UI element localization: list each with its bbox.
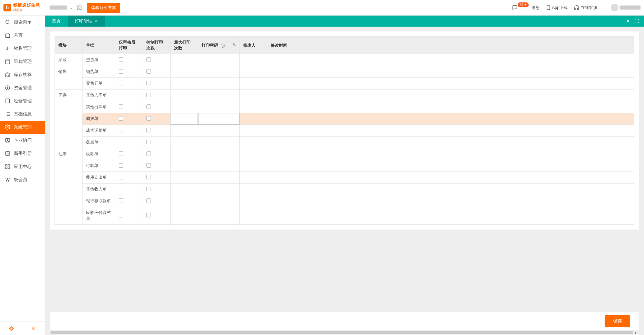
- max-count-cell[interactable]: [171, 78, 198, 90]
- password-cell[interactable]: [198, 172, 240, 184]
- checkbox[interactable]: [146, 69, 151, 74]
- online-service-link[interactable]: 在线客服: [574, 5, 597, 11]
- checkbox[interactable]: [119, 116, 123, 121]
- sidebar-item-7[interactable]: 基础信息: [0, 108, 45, 121]
- password-cell[interactable]: [198, 78, 240, 90]
- checkbox[interactable]: [119, 104, 123, 109]
- checkbox[interactable]: [146, 128, 151, 132]
- settings-icon[interactable]: [77, 5, 82, 10]
- password-cell[interactable]: [198, 207, 240, 225]
- edit-icon[interactable]: ✎: [233, 43, 236, 47]
- checkbox[interactable]: [146, 198, 151, 203]
- password-cell[interactable]: [198, 195, 240, 207]
- checkbox[interactable]: [119, 93, 123, 97]
- checkbox[interactable]: [119, 128, 123, 132]
- max-count-cell[interactable]: [171, 101, 198, 113]
- max-count-cell[interactable]: [171, 207, 198, 225]
- table-row[interactable]: 其他出库单: [55, 101, 634, 113]
- checkbox[interactable]: [146, 93, 151, 97]
- tab-print-management[interactable]: 打印管理 ✕: [68, 16, 105, 27]
- checkbox[interactable]: [119, 57, 123, 62]
- max-count-cell[interactable]: [171, 160, 198, 172]
- save-button[interactable]: 保存: [605, 315, 630, 327]
- table-row[interactable]: 付款单: [55, 160, 634, 172]
- max-count-cell[interactable]: [171, 195, 198, 207]
- password-cell[interactable]: [198, 101, 240, 113]
- checkbox[interactable]: [146, 175, 151, 179]
- password-cell[interactable]: [198, 184, 240, 195]
- checkbox[interactable]: [119, 175, 123, 179]
- checkbox[interactable]: [119, 69, 123, 74]
- checkbox[interactable]: [146, 81, 151, 85]
- content-scroll[interactable]: 模块 单据 仅审核后打印 控制打印次数 最大打印次数 打印密码 ? ✎: [45, 27, 644, 307]
- sidebar-item-2[interactable]: 销售管理: [0, 42, 45, 55]
- password-cell[interactable]: [198, 160, 240, 172]
- table-row[interactable]: 采购进货单: [55, 54, 634, 66]
- password-cell[interactable]: [198, 113, 240, 125]
- close-icon[interactable]: ✕: [95, 19, 98, 24]
- messages-link[interactable]: 99 + 消息: [512, 5, 540, 11]
- sidebar-item-8[interactable]: 系统管理: [0, 121, 45, 134]
- table-row[interactable]: 银行存取款单: [55, 195, 634, 207]
- horizontal-scrollbar[interactable]: ▸: [50, 330, 639, 335]
- checkbox[interactable]: [119, 187, 123, 191]
- user-menu[interactable]: [611, 4, 641, 11]
- scroll-right-arrow[interactable]: ▸: [634, 330, 638, 335]
- sidebar-item-10[interactable]: 新手引导: [0, 147, 45, 160]
- checkbox[interactable]: [119, 81, 123, 85]
- checkbox[interactable]: [146, 104, 151, 109]
- sidebar-item-0[interactable]: 搜索菜单: [0, 16, 45, 29]
- checkbox[interactable]: [146, 213, 151, 217]
- table-row[interactable]: 库存其他入库单: [55, 90, 634, 101]
- max-count-cell[interactable]: [171, 172, 198, 184]
- checkbox[interactable]: [146, 140, 151, 144]
- table-row[interactable]: 盘点单: [55, 137, 634, 148]
- checkbox[interactable]: [119, 213, 123, 217]
- checkbox[interactable]: [146, 187, 151, 191]
- password-cell[interactable]: [198, 137, 240, 148]
- checkbox[interactable]: [119, 151, 123, 156]
- table-row[interactable]: 零售开单: [55, 78, 634, 90]
- config-icon[interactable]: [9, 326, 14, 331]
- max-count-cell[interactable]: [171, 125, 198, 137]
- checkbox[interactable]: [146, 116, 151, 121]
- tab-close-all-icon[interactable]: ✕: [626, 18, 630, 24]
- sidebar-item-1[interactable]: 首页: [0, 29, 45, 42]
- tab-home[interactable]: 首页: [45, 16, 68, 27]
- password-cell[interactable]: [198, 125, 240, 137]
- help-icon[interactable]: ?: [221, 44, 225, 48]
- table-row[interactable]: 费用支出单: [55, 172, 634, 184]
- password-cell[interactable]: [198, 90, 240, 101]
- table-row[interactable]: 成本调整单: [55, 125, 634, 137]
- password-cell[interactable]: [198, 66, 240, 78]
- max-count-cell[interactable]: [171, 148, 198, 160]
- sidebar-item-12[interactable]: 畅会员: [0, 173, 45, 186]
- max-count-cell[interactable]: [171, 113, 198, 125]
- password-cell[interactable]: [198, 148, 240, 160]
- app-download-link[interactable]: App下载: [546, 5, 568, 11]
- fullscreen-icon[interactable]: [634, 19, 639, 24]
- password-cell[interactable]: [198, 54, 240, 66]
- max-count-cell[interactable]: [171, 90, 198, 101]
- sidebar-item-5[interactable]: 资金管理: [0, 81, 45, 94]
- max-count-cell[interactable]: [171, 54, 198, 66]
- checkbox[interactable]: [146, 151, 151, 156]
- sidebar-item-9[interactable]: 企业协同: [0, 134, 45, 147]
- org-selector[interactable]: ⌄: [50, 5, 73, 10]
- sidebar-item-4[interactable]: 库存核算: [0, 68, 45, 81]
- table-row[interactable]: 其他收入单: [55, 184, 634, 195]
- checkbox[interactable]: [119, 140, 123, 144]
- sidebar-item-6[interactable]: 经营管理: [0, 94, 45, 108]
- collapse-sidebar-icon[interactable]: [31, 326, 37, 331]
- industry-cta-button[interactable]: 体验行业方案: [87, 3, 120, 13]
- sidebar-item-11[interactable]: 应用中心: [0, 160, 45, 173]
- max-count-cell[interactable]: [171, 137, 198, 148]
- sidebar-item-3[interactable]: 采购管理: [0, 55, 45, 68]
- checkbox[interactable]: [146, 163, 151, 168]
- max-count-cell[interactable]: [171, 66, 198, 78]
- checkbox[interactable]: [146, 57, 151, 62]
- table-row[interactable]: 应收应付调整单: [55, 207, 634, 225]
- scrollbar-thumb[interactable]: [50, 331, 633, 334]
- checkbox[interactable]: [119, 198, 123, 203]
- table-row[interactable]: 往来收款单: [55, 148, 634, 160]
